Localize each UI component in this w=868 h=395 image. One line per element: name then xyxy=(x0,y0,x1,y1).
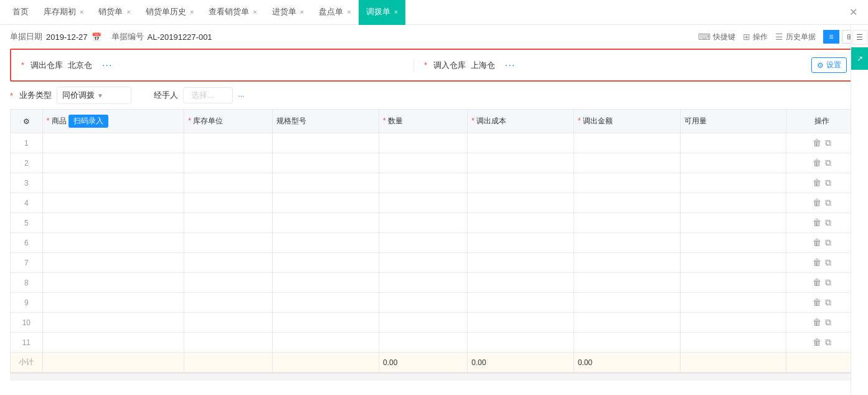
spec-cell[interactable] xyxy=(273,293,379,313)
out-warehouse-more[interactable]: ··· xyxy=(102,60,112,71)
close-tab-view-sales[interactable]: × xyxy=(253,8,257,16)
copy-icon[interactable]: ⧉ xyxy=(825,237,831,248)
copy-icon[interactable]: ⧉ xyxy=(825,257,831,268)
qty-cell[interactable] xyxy=(379,153,468,173)
unit-cell[interactable] xyxy=(184,253,273,273)
history-button[interactable]: ☰ 历史单据 xyxy=(775,32,816,42)
tab-transfer[interactable]: 调拨单 × xyxy=(359,0,405,25)
spec-cell[interactable] xyxy=(273,153,379,173)
unit-cell[interactable] xyxy=(184,153,273,173)
spec-cell[interactable] xyxy=(273,253,379,273)
available-cell[interactable] xyxy=(680,253,786,273)
spec-cell[interactable] xyxy=(273,313,379,333)
tab-inventory-check[interactable]: 盘点单 × xyxy=(311,0,358,25)
tab-purchase[interactable]: 进货单 × xyxy=(265,0,311,25)
delete-icon[interactable]: 🗑 xyxy=(813,138,821,148)
product-cell[interactable] xyxy=(42,133,184,153)
unit-cell[interactable] xyxy=(184,313,273,333)
spec-cell[interactable] xyxy=(273,213,379,233)
shortcut-button[interactable]: ⌨ 快捷键 xyxy=(698,32,735,42)
qty-cell[interactable] xyxy=(379,213,468,233)
qty-cell[interactable] xyxy=(379,193,468,213)
cost-cell[interactable] xyxy=(468,173,574,193)
available-cell[interactable] xyxy=(680,233,786,253)
delete-icon[interactable]: 🗑 xyxy=(813,257,821,268)
close-tab-sales-order[interactable]: × xyxy=(126,8,130,16)
copy-icon[interactable]: ⧉ xyxy=(825,337,831,348)
delete-icon[interactable]: 🗑 xyxy=(813,237,821,248)
delete-icon[interactable]: 🗑 xyxy=(813,158,821,168)
settings-button[interactable]: ⚙ 设置 xyxy=(811,57,847,73)
qty-cell[interactable] xyxy=(379,133,468,153)
spec-cell[interactable] xyxy=(273,173,379,193)
panel-export-icon[interactable]: ↗ xyxy=(851,47,869,70)
person-select[interactable]: 选择... xyxy=(183,87,233,103)
amount-cell[interactable] xyxy=(573,233,680,253)
product-cell[interactable] xyxy=(42,233,184,253)
amount-cell[interactable] xyxy=(573,293,680,313)
amount-cell[interactable] xyxy=(573,193,680,213)
list-view-button[interactable]: ≡ xyxy=(823,30,839,44)
available-cell[interactable] xyxy=(680,293,786,313)
date-value[interactable]: 2019-12-27 xyxy=(46,32,88,42)
unit-cell[interactable] xyxy=(184,133,273,153)
amount-cell[interactable] xyxy=(573,213,680,233)
product-cell[interactable] xyxy=(42,333,184,353)
unit-cell[interactable] xyxy=(184,213,273,233)
available-cell[interactable] xyxy=(680,333,786,353)
tab-home[interactable]: 首页 xyxy=(5,0,36,25)
available-cell[interactable] xyxy=(680,193,786,213)
in-warehouse-value[interactable]: 上海仓 xyxy=(471,60,495,71)
product-cell[interactable] xyxy=(42,173,184,193)
spec-cell[interactable] xyxy=(273,133,379,153)
product-cell[interactable] xyxy=(42,293,184,313)
amount-cell[interactable] xyxy=(573,253,680,273)
copy-icon[interactable]: ⧉ xyxy=(825,217,831,228)
available-cell[interactable] xyxy=(680,133,786,153)
in-warehouse-more[interactable]: ··· xyxy=(505,60,515,71)
tab-sales-order[interactable]: 销货单 × xyxy=(91,0,138,25)
unit-cell[interactable] xyxy=(184,173,273,193)
qty-cell[interactable] xyxy=(379,233,468,253)
qty-cell[interactable] xyxy=(379,313,468,333)
qty-cell[interactable] xyxy=(379,273,468,293)
delete-icon[interactable]: 🗑 xyxy=(813,297,821,308)
unit-cell[interactable] xyxy=(184,333,273,353)
operation-button[interactable]: ⊞ 操作 xyxy=(743,32,768,42)
qty-cell[interactable] xyxy=(379,333,468,353)
cost-cell[interactable] xyxy=(468,153,574,173)
delete-icon[interactable]: 🗑 xyxy=(813,217,821,228)
qty-cell[interactable] xyxy=(379,293,468,313)
product-cell[interactable] xyxy=(42,213,184,233)
cost-cell[interactable] xyxy=(468,293,574,313)
qty-cell[interactable] xyxy=(379,173,468,193)
cost-cell[interactable] xyxy=(468,213,574,233)
scan-button[interactable]: 扫码录入 xyxy=(68,115,108,128)
available-cell[interactable] xyxy=(680,273,786,293)
panel-list-icon[interactable]: ☰ xyxy=(852,30,867,45)
copy-icon[interactable]: ⧉ xyxy=(825,277,831,288)
available-cell[interactable] xyxy=(680,313,786,333)
close-tab-inventory-init[interactable]: × xyxy=(80,8,83,16)
copy-icon[interactable]: ⧉ xyxy=(825,138,831,148)
amount-cell[interactable] xyxy=(573,153,680,173)
cost-cell[interactable] xyxy=(468,193,574,213)
unit-cell[interactable] xyxy=(184,293,273,313)
close-tab-sales-history[interactable]: × xyxy=(190,8,194,16)
copy-icon[interactable]: ⧉ xyxy=(825,317,831,328)
business-select[interactable]: 同价调拨 ▼ xyxy=(57,87,131,104)
unit-cell[interactable] xyxy=(184,273,273,293)
unit-cell[interactable] xyxy=(184,233,273,253)
product-cell[interactable] xyxy=(42,253,184,273)
spec-cell[interactable] xyxy=(273,193,379,213)
delete-icon[interactable]: 🗑 xyxy=(813,198,821,208)
close-tab-transfer[interactable]: × xyxy=(394,8,398,16)
product-cell[interactable] xyxy=(42,193,184,213)
cost-cell[interactable] xyxy=(468,133,574,153)
copy-icon[interactable]: ⧉ xyxy=(825,178,831,188)
tab-inventory-init[interactable]: 库存期初 × xyxy=(36,0,91,25)
out-warehouse-value[interactable]: 北京仓 xyxy=(68,60,92,71)
person-more[interactable]: ··· xyxy=(238,91,245,100)
cost-cell[interactable] xyxy=(468,273,574,293)
qty-cell[interactable] xyxy=(379,253,468,273)
